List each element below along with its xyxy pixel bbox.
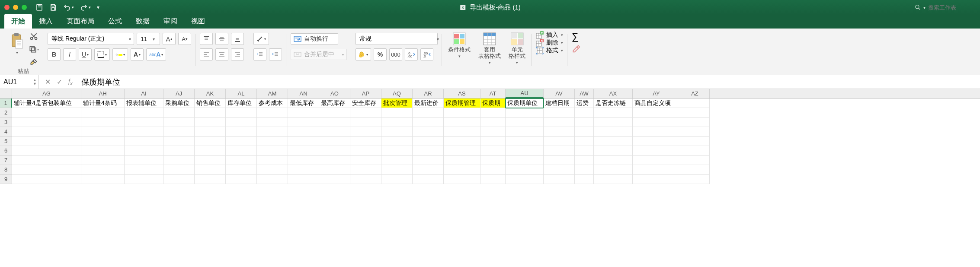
tab-插入[interactable]: 插入 xyxy=(32,14,60,29)
cell-AO3[interactable] xyxy=(319,118,350,127)
cell-AO9[interactable] xyxy=(319,175,350,184)
cell-AY3[interactable] xyxy=(633,118,680,127)
format-cells-button[interactable]: 格式▾ xyxy=(536,47,563,54)
cell-AW4[interactable] xyxy=(575,127,594,137)
fx-icon[interactable]: fx xyxy=(68,78,73,86)
cell-AS6[interactable] xyxy=(444,146,480,156)
column-header-AR[interactable]: AR xyxy=(413,89,444,98)
cell-AY2[interactable] xyxy=(633,108,680,118)
cell-AN2[interactable] xyxy=(288,108,319,118)
cell-AI5[interactable] xyxy=(125,137,163,146)
format-as-table-button[interactable]: 套用 表格格式▾ xyxy=(477,31,503,66)
tab-审阅[interactable]: 审阅 xyxy=(157,14,184,29)
cell-AY5[interactable] xyxy=(633,137,680,146)
cell-AN4[interactable] xyxy=(288,127,319,137)
cell-AT3[interactable] xyxy=(480,118,506,127)
row-header-6[interactable]: 6 xyxy=(0,146,12,156)
cell-AX5[interactable] xyxy=(594,137,633,146)
cell-AL3[interactable] xyxy=(226,118,257,127)
cell-AG5[interactable] xyxy=(12,137,81,146)
row-header-7[interactable]: 7 xyxy=(0,156,12,165)
cell-AM2[interactable] xyxy=(257,108,288,118)
column-header-AQ[interactable]: AQ xyxy=(381,89,413,98)
decrease-font-button[interactable]: A▾ xyxy=(178,33,191,45)
number-format-input[interactable] xyxy=(359,35,435,42)
cell-AM3[interactable] xyxy=(257,118,288,127)
autosum-button[interactable]: ∑ xyxy=(572,31,580,42)
bold-button[interactable]: B xyxy=(48,48,61,60)
cell-AS7[interactable] xyxy=(444,156,480,165)
cell-AP4[interactable] xyxy=(350,127,381,137)
cell-AM4[interactable] xyxy=(257,127,288,137)
cell-AZ6[interactable] xyxy=(680,146,710,156)
cell-AS5[interactable] xyxy=(444,137,480,146)
save-icon[interactable] xyxy=(49,3,57,11)
cell-AS2[interactable] xyxy=(444,108,480,118)
orientation-button[interactable]: ▾ xyxy=(253,33,269,45)
cell-AX8[interactable] xyxy=(594,165,633,175)
cell-AN6[interactable] xyxy=(288,146,319,156)
cell-AG4[interactable] xyxy=(12,127,81,137)
cell-AW2[interactable] xyxy=(575,108,594,118)
cell-AJ6[interactable] xyxy=(163,146,195,156)
font-size-combo[interactable]: ▾ xyxy=(137,33,160,45)
cell-AW8[interactable] xyxy=(575,165,594,175)
cell-AN9[interactable] xyxy=(288,175,319,184)
cell-AL5[interactable] xyxy=(226,137,257,146)
cancel-formula-icon[interactable]: ✕ xyxy=(45,78,51,86)
number-format-combo[interactable]: ▾ xyxy=(355,33,438,45)
cell-AI1[interactable]: 报表辅单位 xyxy=(125,99,163,108)
cell-AI7[interactable] xyxy=(125,156,163,165)
cell-AL8[interactable] xyxy=(226,165,257,175)
cell-AP5[interactable] xyxy=(350,137,381,146)
cell-AV3[interactable] xyxy=(544,118,575,127)
column-header-AX[interactable]: AX xyxy=(594,89,633,98)
cell-AI9[interactable] xyxy=(125,175,163,184)
phonetic-button[interactable]: abcA▾ xyxy=(146,48,166,60)
align-left-button[interactable] xyxy=(200,48,213,60)
cell-AM9[interactable] xyxy=(257,175,288,184)
cell-styles-button[interactable]: 单元 格样式▾ xyxy=(507,31,527,66)
cell-AR9[interactable] xyxy=(413,175,444,184)
column-header-AK[interactable]: AK xyxy=(195,89,226,98)
decrease-decimal-button[interactable]: .00.0 xyxy=(420,48,433,60)
font-name-combo[interactable]: ▾ xyxy=(48,33,134,45)
cell-AQ3[interactable] xyxy=(381,118,413,127)
cell-AL6[interactable] xyxy=(226,146,257,156)
cell-AZ3[interactable] xyxy=(680,118,710,127)
cell-AO5[interactable] xyxy=(319,137,350,146)
cell-AU9[interactable] xyxy=(506,175,544,184)
cell-AP8[interactable] xyxy=(350,165,381,175)
cell-AY9[interactable] xyxy=(633,175,680,184)
cell-AP6[interactable] xyxy=(350,146,381,156)
column-header-AY[interactable]: AY xyxy=(633,89,680,98)
cell-AV6[interactable] xyxy=(544,146,575,156)
cell-AR4[interactable] xyxy=(413,127,444,137)
maximize-window-button[interactable] xyxy=(22,5,27,10)
cell-AX2[interactable] xyxy=(594,108,633,118)
row-header-9[interactable]: 9 xyxy=(0,175,12,184)
cell-AV1[interactable]: 建档日期 xyxy=(544,99,575,108)
qat-customize-icon[interactable]: ▾ xyxy=(97,4,99,10)
cell-AU2[interactable] xyxy=(506,108,544,118)
cell-AX7[interactable] xyxy=(594,156,633,165)
cell-AP7[interactable] xyxy=(350,156,381,165)
column-header-AV[interactable]: AV xyxy=(544,89,575,98)
increase-font-button[interactable]: A▴ xyxy=(163,33,176,45)
namebox-down-icon[interactable]: ▼ xyxy=(33,82,37,86)
cell-AP1[interactable]: 安全库存 xyxy=(350,99,381,108)
cell-AG2[interactable] xyxy=(12,108,81,118)
column-header-AH[interactable]: AH xyxy=(81,89,125,98)
cut-icon[interactable] xyxy=(29,31,39,41)
cell-AN3[interactable] xyxy=(288,118,319,127)
cell-AK3[interactable] xyxy=(195,118,226,127)
cell-AP9[interactable] xyxy=(350,175,381,184)
row-header-5[interactable]: 5 xyxy=(0,137,12,146)
cell-AJ3[interactable] xyxy=(163,118,195,127)
select-all-corner[interactable] xyxy=(0,89,12,98)
cell-AW6[interactable] xyxy=(575,146,594,156)
cell-AW7[interactable] xyxy=(575,156,594,165)
cell-AH1[interactable]: 辅计量4条码 xyxy=(81,99,125,108)
cell-AV4[interactable] xyxy=(544,127,575,137)
cell-AQ9[interactable] xyxy=(381,175,413,184)
